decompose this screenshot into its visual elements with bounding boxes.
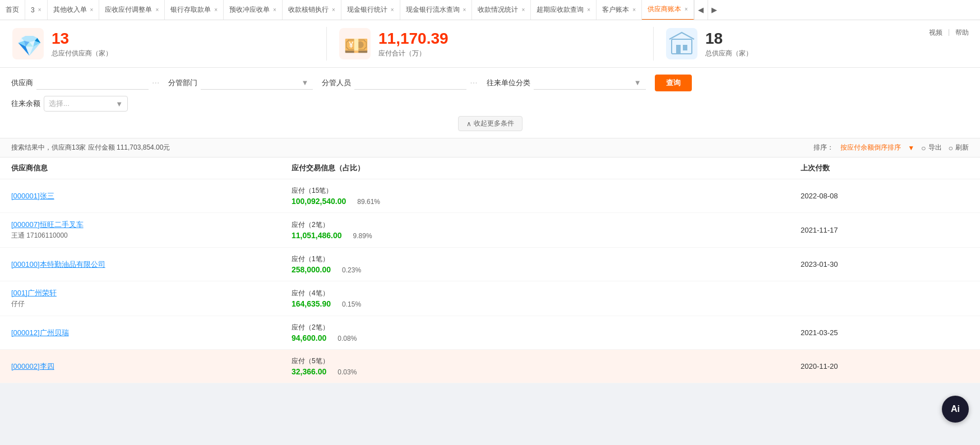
nav-tab-3-label: 3 <box>31 6 35 14</box>
nav-tab-prepaid[interactable]: 预收冲应收单 × <box>224 0 283 20</box>
nav-tab-customer-book-label: 客户账本 <box>602 5 629 15</box>
summary-bar: 💎 13 总应付供应商（家） 💴 11,170.39 应付合计（万） <box>0 20 980 68</box>
nav-tab-ar-ap-close[interactable]: × <box>155 7 159 13</box>
filter-category: 往来单位分类 ▼ <box>487 76 646 90</box>
nav-tab-cash-stat-label: 现金银行统计 <box>347 5 387 15</box>
transaction-cell-4: 应付（4笔） 164,635.90 0.15% <box>292 289 801 308</box>
svg-text:💎: 💎 <box>17 34 42 58</box>
nav-next-arrow[interactable]: ▶ <box>708 0 721 20</box>
trans-amount-2: 11,051,486.00 <box>292 231 342 240</box>
last-pay-cell-6: 2020-11-20 <box>801 362 969 370</box>
supplier-link-2[interactable]: [000007]恒旺二手叉车 <box>11 220 84 229</box>
supplier-filter-label: 供应商 <box>11 78 33 88</box>
supplier-cell-2: [000007]恒旺二手叉车 王通 17106110000 <box>11 220 292 240</box>
nav-prev-arrow[interactable]: ◀ <box>694 0 708 20</box>
table-row: [000007]恒旺二手叉车 王通 17106110000 应付（2笔） 11,… <box>0 213 980 248</box>
nav-tab-supplier-book[interactable]: 供应商账本 × <box>642 0 694 20</box>
nav-tab-cash-stat-close[interactable]: × <box>391 7 394 13</box>
amount-icon: 💴 <box>338 27 372 61</box>
nav-tab-customer-book[interactable]: 客户账本 × <box>597 0 642 20</box>
result-bar-right: 排序： 按应付余额倒序排序 ▼ ○ 导出 ○ 刷新 <box>813 143 969 152</box>
dept-filter-select[interactable]: ▼ <box>201 76 313 90</box>
refresh-icon: ○ <box>949 143 953 152</box>
nav-tab-cash-flow-close[interactable]: × <box>463 7 466 13</box>
summary-card-total: 18 总供应商（家） <box>665 27 969 61</box>
video-link[interactable]: 视频 <box>929 28 942 38</box>
nav-tab-3[interactable]: 3 × <box>25 0 48 20</box>
supplier-link-6[interactable]: [000002]李四 <box>11 362 54 370</box>
trans-label-2: 应付（2笔） <box>292 220 801 230</box>
nav-tab-cash-flow[interactable]: 现金银行流水查询 × <box>400 0 473 20</box>
supplier-link-3[interactable]: [000100]本特勤油品有限公司 <box>11 260 105 268</box>
balance-filter-select[interactable]: 选择... ▼ <box>44 96 128 112</box>
help-link[interactable]: 帮助 <box>955 28 969 38</box>
col-header-transaction: 应付交易信息（占比） <box>292 163 801 173</box>
collapse-button[interactable]: ∧ 收起更多条件 <box>458 116 523 131</box>
top-navigation: 首页 3 × 其他收入单 × 应收应付调整单 × 银行存取款单 × 预收冲应收单… <box>0 0 980 20</box>
supplier-link-1[interactable]: [000001]张三 <box>11 192 54 200</box>
nav-tab-prepaid-close[interactable]: × <box>273 7 276 13</box>
nav-tab-ar-ap[interactable]: 应收应付调整单 × <box>99 0 165 20</box>
person-filter-input[interactable] <box>354 76 466 90</box>
table-area: 供应商信息 应付交易信息（占比） 上次付数 [000001]张三 应付（15笔）… <box>0 157 980 383</box>
search-button[interactable]: 查询 <box>655 75 692 91</box>
filter-balance: 往来余额 选择... ▼ <box>11 96 128 112</box>
sort-select[interactable]: 按应付余额倒序排序 <box>840 143 901 152</box>
nav-tab-payment-stat[interactable]: 收款情况统计 × <box>472 0 531 20</box>
supplier-link-4[interactable]: [001]广州荣轩 <box>11 289 57 297</box>
divider-2 <box>653 27 654 61</box>
nav-tab-ar-ap-label: 应收应付调整单 <box>105 5 152 15</box>
category-select-arrow: ▼ <box>634 78 641 87</box>
refresh-label: 刷新 <box>955 143 969 152</box>
supplier-sub-2: 王通 17106110000 <box>11 231 292 240</box>
nav-tab-bank-label: 银行存取款单 <box>170 5 211 15</box>
nav-tab-overdue-close[interactable]: × <box>587 7 590 13</box>
trans-label-5: 应付（2笔） <box>292 323 801 332</box>
transaction-cell-3: 应付（1笔） 258,000.00 0.23% <box>292 254 801 274</box>
nav-tab-bank-close[interactable]: × <box>214 7 218 13</box>
trans-amount-4: 164,635.90 <box>292 299 331 308</box>
total-payable-suppliers-label: 总应付供应商（家） <box>52 49 112 58</box>
nav-tab-payment-verify-close[interactable]: × <box>332 7 335 13</box>
total-payable-amount: 11,170.39 <box>378 29 449 48</box>
nav-tab-supplier-book-close[interactable]: × <box>685 6 688 12</box>
trans-label-4: 应付（4笔） <box>292 289 801 298</box>
nav-tab-other-income-close[interactable]: × <box>90 7 94 13</box>
nav-tab-home[interactable]: 首页 <box>0 0 25 20</box>
nav-tab-bank[interactable]: 银行存取款单 × <box>165 0 224 20</box>
trans-amount-1: 100,092,540.00 <box>292 197 346 206</box>
supplier-filter-input[interactable] <box>36 76 149 90</box>
supplier-sub-4: 仔仔 <box>11 299 292 309</box>
export-button[interactable]: ○ 导出 <box>921 143 941 152</box>
supplier-link-5[interactable]: [000012]广州贝瑞 <box>11 328 69 337</box>
trans-amount-3: 258,000.00 <box>292 265 331 274</box>
nav-tab-3-close[interactable]: × <box>38 7 41 13</box>
person-filter-label: 分管人员 <box>322 78 351 88</box>
nav-tab-other-income[interactable]: 其他收入单 × <box>48 0 100 20</box>
transaction-cell-6: 应付（5笔） 32,366.00 0.03% <box>292 356 801 376</box>
supplier-filter-dots[interactable]: ··· <box>152 78 159 88</box>
summary-card-amount: 💴 11,170.39 应付合计（万） <box>338 27 642 61</box>
refresh-button[interactable]: ○ 刷新 <box>949 143 969 152</box>
transaction-cell-2: 应付（2笔） 11,051,486.00 9.89% <box>292 220 801 240</box>
last-pay-cell-3: 2023-01-30 <box>801 260 969 268</box>
col-header-last-pay: 上次付数 <box>801 163 969 173</box>
filter-dept: 分管部门 ▼ <box>168 76 313 90</box>
col-header-supplier: 供应商信息 <box>11 163 292 173</box>
nav-tab-overdue[interactable]: 超期应收款查询 × <box>531 0 597 20</box>
category-filter-select[interactable]: ▼ <box>534 76 646 90</box>
amount-summary-content: 11,170.39 应付合计（万） <box>378 29 449 59</box>
link-divider: | <box>948 28 950 38</box>
person-filter-dots[interactable]: ··· <box>470 78 477 88</box>
nav-tab-cash-stat[interactable]: 现金银行统计 × <box>341 0 400 20</box>
nav-tab-customer-book-close[interactable]: × <box>632 7 636 13</box>
sort-arrow-icon: ▼ <box>908 144 914 152</box>
table-row: [001]广州荣轩 仔仔 应付（4笔） 164,635.90 0.15% <box>0 281 980 316</box>
nav-tab-payment-verify[interactable]: 收款核销执行 × <box>283 0 341 20</box>
transaction-cell-1: 应付（15笔） 100,092,540.00 89.61% <box>292 186 801 206</box>
nav-tab-payment-stat-close[interactable]: × <box>521 7 525 13</box>
trans-percent-5: 0.08% <box>338 335 357 342</box>
total-payable-amount-label: 应付合计（万） <box>378 49 449 58</box>
sort-label: 排序： <box>813 143 834 152</box>
transaction-cell-5: 应付（2笔） 94,600.00 0.08% <box>292 323 801 342</box>
